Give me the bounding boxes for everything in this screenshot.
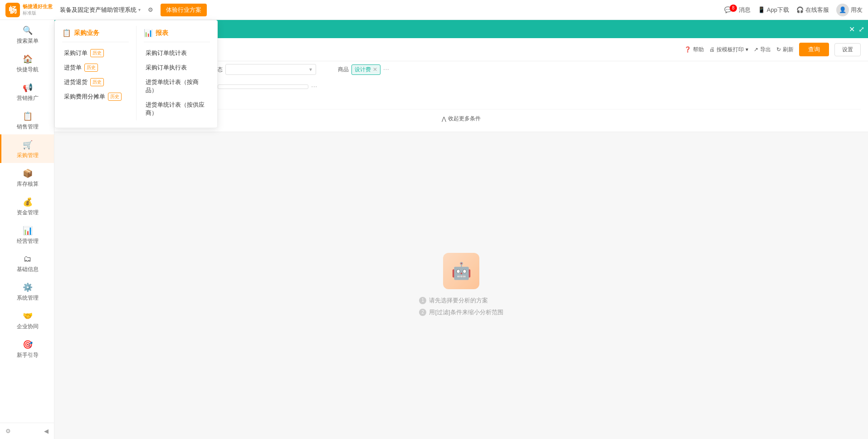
- phone-icon: 📱: [758, 6, 765, 13]
- sidebar-item-basic-info[interactable]: 🗂 基础信息: [0, 249, 54, 277]
- main-content: 首页 销售排行榜 ✕ ✕ ⤢ ❓ 帮助 🖨 按模板打印: [54, 20, 868, 439]
- help-btn[interactable]: ❓ 帮助: [684, 46, 704, 54]
- sidebar-item-system[interactable]: ⚙️ 系统管理: [0, 277, 54, 306]
- empty-robot-icon: 🤖: [443, 253, 479, 289]
- help-icon: ❓: [684, 46, 691, 53]
- purchase-icon: 🛒: [23, 140, 33, 150]
- export-btn[interactable]: ↗ 导出: [754, 46, 771, 54]
- status-arrow-icon: ▾: [309, 66, 312, 73]
- guide-icon: 🎯: [23, 340, 33, 350]
- voucher-status-input[interactable]: ▾: [225, 64, 316, 75]
- dropdown-col-report: 📊 报表 采购订单统计表 采购订单执行表 进货单统计表（按商品） 进货单统计表（…: [136, 26, 218, 120]
- tab-expand-icon[interactable]: ⤢: [858, 25, 864, 34]
- filter-goods: 商品 设计费 ✕ ···: [322, 64, 421, 75]
- message-btn[interactable]: 💬 8 消息: [724, 6, 751, 14]
- dropdown-goods-receipt[interactable]: 进货单 历史: [62, 60, 129, 75]
- user-avatar: 👤: [836, 4, 849, 16]
- sidebar: 🔍 搜索菜单 🏠 快捷导航 📢 营销推广 📋 销售管理 🛒 采购管理 📦 库存核…: [0, 20, 54, 439]
- app-download-btn[interactable]: 📱 App下载: [758, 6, 789, 14]
- sidebar-item-search[interactable]: 🔍 搜索菜单: [0, 20, 54, 49]
- logo-area: 畅 畅捷通好生意 标准版: [5, 3, 60, 17]
- sidebar-settings-icon[interactable]: ⚙: [5, 428, 11, 434]
- tab-close-all-icon[interactable]: ✕: [849, 25, 855, 34]
- sidebar-item-operations[interactable]: 📊 经营管理: [0, 220, 54, 249]
- megaphone-icon: 📢: [23, 83, 33, 93]
- export-icon: ↗: [754, 46, 758, 53]
- dropdown-receipt-by-goods[interactable]: 进货单统计表（按商品）: [144, 75, 210, 98]
- industry-btn[interactable]: 体验行业方案: [161, 4, 207, 16]
- refresh-btn[interactable]: ↻ 刷新: [776, 46, 794, 54]
- print-dropdown-icon: ▾: [746, 46, 748, 53]
- tab-bar-right: ✕ ⤢: [849, 25, 864, 34]
- sidebar-item-capital[interactable]: 💰 资金管理: [0, 192, 54, 220]
- capital-icon: 💰: [23, 197, 33, 207]
- sidebar-collapse-icon[interactable]: ◀: [44, 428, 49, 434]
- dropdown-col-purchase-title: 📋 采购业务: [62, 26, 129, 42]
- dropdown-col-report-title: 📊 报表: [144, 26, 210, 42]
- salesperson-input[interactable]: [218, 84, 308, 89]
- dropdown-receipt-by-supplier[interactable]: 进货单统计表（按供应商）: [144, 98, 210, 120]
- system-icon: ⚙️: [23, 282, 33, 292]
- refresh-icon: ↻: [776, 46, 781, 53]
- search-icon: 🔍: [23, 25, 33, 35]
- sales-icon: 📋: [23, 111, 33, 121]
- sidebar-item-purchase[interactable]: 🛒 采购管理: [0, 134, 54, 163]
- operations-icon: 📊: [23, 226, 33, 236]
- nav-right: 💬 8 消息 📱 App下载 🎧 在线客服 👤 用友: [724, 4, 863, 16]
- inventory-icon: 📦: [23, 168, 33, 178]
- dropdown-purchase-expense[interactable]: 采购费用分摊单 历史: [62, 89, 129, 104]
- sidebar-item-inventory[interactable]: 📦 库存核算: [0, 163, 54, 192]
- sidebar-item-cooperation[interactable]: 🤝 企业协同: [0, 306, 54, 334]
- goods-more-icon[interactable]: ···: [383, 65, 389, 74]
- sidebar-item-quicknav[interactable]: 🏠 快捷导航: [0, 49, 54, 77]
- dropdown-arrow-icon[interactable]: ▾: [138, 7, 141, 12]
- goods-tag: 设计费 ✕: [351, 64, 380, 75]
- hist-badge-1: 历史: [84, 64, 98, 72]
- hint-row-1: 1 请先选择要分析的方案: [419, 295, 503, 306]
- settings-icon-btn[interactable]: ⚙: [144, 4, 157, 16]
- logo-icon: 畅: [5, 3, 20, 17]
- collapse-up-icon: ⋀: [442, 116, 446, 122]
- report-col-icon: 📊: [144, 29, 153, 37]
- app-body: 🔍 搜索菜单 🏠 快捷导航 📢 营销推广 📋 销售管理 🛒 采购管理 📦 库存核…: [0, 20, 868, 439]
- logo-text: 畅捷通好生意 标准版: [23, 3, 53, 16]
- dropdown-menu: 📋 采购业务 采购订单 历史 进货单 历史 进货退货 历史: [54, 20, 218, 128]
- goods-tag-close-icon[interactable]: ✕: [373, 66, 377, 73]
- dropdown-po-exec[interactable]: 采购订单执行表: [144, 60, 210, 75]
- empty-state: 🤖 1 请先选择要分析的方案 2 用[过滤]条件来缩小分析范围: [54, 132, 868, 439]
- online-service-btn[interactable]: 🎧 在线客服: [796, 6, 829, 14]
- top-nav: 畅 畅捷通好生意 标准版 装备及固定资产辅助管理系统 ▾ ⚙ 体验行业方案 💬 …: [0, 0, 868, 20]
- dropdown-goods-return[interactable]: 进货退货 历史: [62, 75, 129, 89]
- print-icon: 🖨: [709, 46, 715, 53]
- query-btn[interactable]: 查询: [799, 43, 829, 56]
- hint-row-2: 2 用[过滤]条件来缩小分析范围: [419, 306, 503, 318]
- sidebar-item-guide[interactable]: 🎯 新手引导: [0, 334, 54, 363]
- salesperson-more-icon[interactable]: ···: [311, 83, 317, 91]
- hist-badge-2: 历史: [90, 78, 104, 86]
- hist-badge-3: 历史: [108, 93, 122, 101]
- basic-info-icon: 🗂: [24, 254, 32, 264]
- sidebar-bottom: ⚙ ◀: [0, 423, 54, 439]
- message-badge: 8: [730, 5, 737, 12]
- purchase-col-icon: 📋: [62, 29, 71, 37]
- headset-icon: 🎧: [796, 6, 804, 13]
- print-btn[interactable]: 🖨 按模板打印 ▾: [709, 46, 748, 54]
- cooperation-icon: 🤝: [23, 311, 33, 321]
- sidebar-item-sales[interactable]: 📋 销售管理: [0, 106, 54, 134]
- hist-badge-0: 历史: [90, 49, 104, 57]
- dropdown-cols: 📋 采购业务 采购订单 历史 进货单 历史 进货退货 历史: [55, 26, 217, 120]
- settings-btn[interactable]: 设置: [834, 43, 861, 56]
- dropdown-po-stats[interactable]: 采购订单统计表: [144, 46, 210, 60]
- sidebar-item-marketing[interactable]: 📢 营销推广: [0, 77, 54, 106]
- user-menu-btn[interactable]: 👤 用友: [836, 4, 863, 16]
- empty-hints: 1 请先选择要分析的方案 2 用[过滤]条件来缩小分析范围: [419, 295, 503, 318]
- home-icon: 🏠: [23, 54, 33, 64]
- system-title: 装备及固定资产辅助管理系统 ▾: [60, 6, 141, 14]
- dropdown-col-purchase: 📋 采购业务 采购订单 历史 进货单 历史 进货退货 历史: [55, 26, 136, 120]
- dropdown-purchase-order[interactable]: 采购订单 历史: [62, 46, 129, 60]
- nav-center: 装备及固定资产辅助管理系统 ▾ ⚙ 体验行业方案: [60, 4, 724, 16]
